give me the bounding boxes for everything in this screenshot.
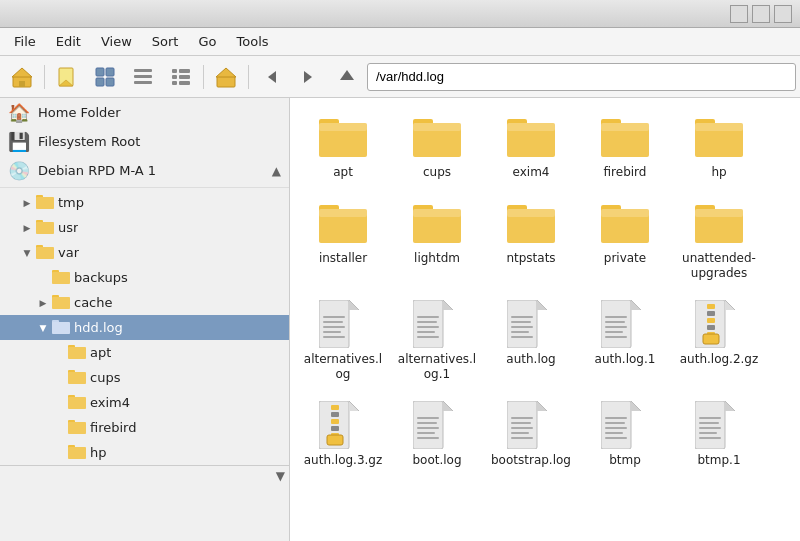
file-icon-wrapper — [413, 199, 461, 247]
scroll-down-button[interactable]: ▼ — [0, 465, 289, 485]
list-view-button[interactable] — [125, 60, 161, 94]
sidebar-item-apt[interactable]: apt — [0, 340, 289, 365]
svg-rect-175 — [605, 417, 627, 419]
svg-rect-162 — [417, 432, 435, 434]
file-item-alternatives-log[interactable]: alternatives.log — [298, 293, 388, 390]
menu-item-file[interactable]: File — [4, 30, 46, 53]
sidebar-item-var[interactable]: ▼ var — [0, 240, 289, 265]
file-icon-wrapper — [319, 113, 367, 161]
tree-toggle[interactable]: ▶ — [20, 198, 34, 208]
svg-rect-60 — [319, 123, 367, 131]
detail-view-button[interactable] — [163, 60, 199, 94]
tree-toggle[interactable]: ▼ — [36, 323, 50, 333]
up-button[interactable] — [329, 60, 365, 94]
svg-rect-179 — [605, 437, 627, 439]
file-item-unattended-upgrades[interactable]: unattended-upgrades — [674, 192, 764, 289]
file-name: unattended-upgrades — [679, 251, 759, 282]
file-icon-wrapper — [413, 300, 461, 348]
file-item-btmp-1[interactable]: btmp.1 — [674, 394, 764, 476]
file-icon-wrapper — [319, 401, 367, 449]
svg-rect-184 — [699, 422, 719, 424]
menu-item-edit[interactable]: Edit — [46, 30, 91, 53]
file-item-auth-log-1[interactable]: auth.log.1 — [580, 293, 670, 390]
file-item-installer[interactable]: installer — [298, 192, 388, 289]
file-icon-wrapper — [601, 113, 649, 161]
file-icon-wrapper — [319, 300, 367, 348]
folder-icon — [52, 268, 70, 287]
file-name: lightdm — [414, 251, 460, 267]
minimize-button[interactable] — [730, 5, 748, 23]
svg-rect-152 — [331, 419, 339, 424]
sidebar-item-hdd.log[interactable]: ▼ hdd.log — [0, 315, 289, 340]
file-icon-wrapper — [601, 401, 649, 449]
sidebar-label: Home Folder — [38, 105, 121, 120]
file-item-lightdm[interactable]: lightdm — [392, 192, 482, 289]
grid-view-button[interactable] — [87, 60, 123, 94]
forward-button[interactable] — [291, 60, 327, 94]
file-item-alternatives-log-1[interactable]: alternatives.log.1 — [392, 293, 482, 390]
folder-icon — [68, 368, 86, 387]
file-icon-wrapper — [601, 199, 649, 247]
svg-rect-118 — [417, 321, 437, 323]
folder-icon — [36, 218, 54, 237]
tree-toggle[interactable]: ▶ — [20, 223, 34, 233]
doc-file-icon — [319, 300, 359, 348]
sidebar-item-debian-rpd[interactable]: 💿Debian RPD M-A 1▲ — [0, 156, 289, 185]
svg-rect-9 — [134, 69, 152, 72]
file-item-auth-log-2-gz[interactable]: auth.log.2.gz — [674, 293, 764, 390]
sidebar-item-usr[interactable]: ▶ usr — [0, 215, 289, 240]
sidebar-item-cups[interactable]: cups — [0, 365, 289, 390]
svg-rect-150 — [331, 405, 339, 410]
sidebar-label: exim4 — [90, 395, 130, 410]
scroll-up-icon: ▲ — [272, 164, 281, 178]
menu-item-go[interactable]: Go — [188, 30, 226, 53]
file-item-firebird[interactable]: firebird — [580, 106, 670, 188]
menu-item-tools[interactable]: Tools — [227, 30, 279, 53]
svg-rect-133 — [605, 316, 627, 318]
file-item-bootstrap-log[interactable]: bootstrap.log — [486, 394, 576, 476]
file-item-btmp[interactable]: btmp — [580, 394, 670, 476]
tree-toggle[interactable]: ▶ — [36, 298, 50, 308]
file-item-hp[interactable]: hp — [674, 106, 764, 188]
tree-toggle[interactable]: ▼ — [20, 248, 34, 258]
sidebar-item-firebird[interactable]: firebird — [0, 415, 289, 440]
file-name: ntpstats — [506, 251, 555, 267]
svg-rect-135 — [605, 326, 627, 328]
sidebar-item-home-folder[interactable]: 🏠Home Folder — [0, 98, 289, 127]
menu-item-view[interactable]: View — [91, 30, 142, 53]
svg-rect-105 — [695, 209, 743, 217]
sidebar-item-backups[interactable]: backups — [0, 265, 289, 290]
maximize-button[interactable] — [752, 5, 770, 23]
folder-icon — [68, 418, 86, 434]
svg-rect-31 — [36, 247, 54, 259]
sidebar-item-exim4[interactable]: exim4 — [0, 390, 289, 415]
location-bar[interactable] — [367, 63, 796, 91]
home-shortcut-button[interactable] — [208, 60, 244, 94]
sidebar-label: tmp — [58, 195, 84, 210]
file-item-ntpstats[interactable]: ntpstats — [486, 192, 576, 289]
close-button[interactable] — [774, 5, 792, 23]
folder-icon — [36, 243, 54, 259]
sidebar-item-filesystem-root[interactable]: 💾Filesystem Root — [0, 127, 289, 156]
file-item-cups[interactable]: cups — [392, 106, 482, 188]
bookmarks-button[interactable] — [49, 60, 85, 94]
back-button[interactable] — [253, 60, 289, 94]
svg-rect-159 — [417, 417, 439, 419]
sidebar-item-tmp[interactable]: ▶ tmp — [0, 190, 289, 215]
file-item-auth-log[interactable]: auth.log — [486, 293, 576, 390]
menu-item-sort[interactable]: Sort — [142, 30, 189, 53]
file-item-exim4[interactable]: exim4 — [486, 106, 576, 188]
file-item-boot-log[interactable]: boot.log — [392, 394, 482, 476]
home-button[interactable] — [4, 60, 40, 94]
folder-icon — [52, 318, 70, 337]
file-item-private[interactable]: private — [580, 192, 670, 289]
svg-rect-163 — [417, 437, 439, 439]
sidebar-item-hp[interactable]: hp — [0, 440, 289, 465]
svg-rect-156 — [413, 401, 443, 449]
sidebar-item-cache[interactable]: ▶ cache — [0, 290, 289, 315]
svg-rect-177 — [605, 427, 627, 429]
svg-rect-14 — [172, 75, 177, 79]
svg-rect-187 — [699, 437, 721, 439]
file-item-auth-log-3-gz[interactable]: auth.log.3.gz — [298, 394, 388, 476]
file-item-apt[interactable]: apt — [298, 106, 388, 188]
